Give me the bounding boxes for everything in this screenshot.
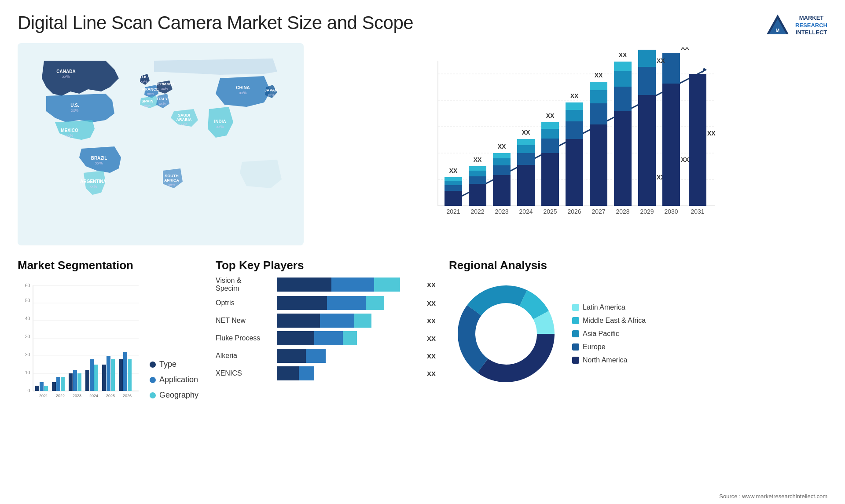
donut-legend-latin: Latin America xyxy=(572,303,646,311)
svg-text:xx%: xx% xyxy=(71,108,78,113)
player-bar-alkeria xyxy=(277,349,420,363)
world-map-svg: CANADA xx% U.S. xx% MEXICO xx% BRAZIL xx… xyxy=(18,43,304,245)
player-xx-vision: XX xyxy=(427,281,436,289)
seg-chart-wrapper: 0 10 20 30 40 50 60 xyxy=(18,277,202,417)
svg-rect-76 xyxy=(566,121,583,139)
bar-chart-section: XX 2021 XX 2022 XX 2023 xyxy=(312,43,827,254)
bar-chart-svg: XX 2021 XX 2022 XX 2023 xyxy=(321,47,819,241)
svg-text:INDIA: INDIA xyxy=(214,119,226,124)
svg-rect-126 xyxy=(52,382,56,391)
donut-legend-na: North America xyxy=(572,356,646,364)
svg-text:2021: 2021 xyxy=(446,208,460,215)
svg-text:ARGENTINA: ARGENTINA xyxy=(80,179,106,184)
svg-rect-90 xyxy=(614,62,632,71)
svg-text:JAPAN: JAPAN xyxy=(265,88,278,92)
player-row-optris: Optris XX xyxy=(216,296,436,310)
svg-text:XX: XX xyxy=(474,156,482,163)
svg-text:SPAIN: SPAIN xyxy=(142,99,154,103)
svg-text:10: 10 xyxy=(25,370,30,375)
svg-rect-77 xyxy=(566,110,583,121)
svg-rect-63 xyxy=(517,165,535,206)
segmentation-section: Market Segmentation 0 10 20 30 40 50 60 xyxy=(18,259,202,443)
legend-dot-application xyxy=(150,377,156,383)
header: Digital Line Scan Camera Market Size and… xyxy=(0,0,845,43)
svg-text:XX: XX xyxy=(570,92,579,99)
svg-text:2023: 2023 xyxy=(73,394,81,398)
donut-color-europe xyxy=(572,343,579,351)
donut-color-mea xyxy=(572,317,579,324)
player-bar-vision xyxy=(277,278,420,292)
svg-rect-139 xyxy=(107,356,110,391)
legend-item-type: Type xyxy=(150,360,198,369)
player-name-net: NET New xyxy=(216,317,273,325)
player-bar-fluke xyxy=(277,331,420,345)
svg-text:XX: XX xyxy=(522,129,530,136)
svg-text:XX: XX xyxy=(681,156,689,163)
donut-legend-mea: Middle East & Africa xyxy=(572,317,646,325)
player-bar-optris xyxy=(277,296,420,310)
svg-text:XX: XX xyxy=(498,143,506,150)
svg-text:2026: 2026 xyxy=(567,208,581,215)
svg-rect-136 xyxy=(94,365,98,391)
donut-color-latin xyxy=(572,304,579,311)
source-text: Source : www.marketresearchintellect.com xyxy=(719,493,827,500)
svg-rect-102 xyxy=(689,74,706,206)
svg-text:2031: 2031 xyxy=(691,208,704,215)
svg-rect-57 xyxy=(493,175,511,206)
main-content: CANADA xx% U.S. xx% MEXICO xx% BRAZIL xx… xyxy=(0,43,845,443)
svg-text:xx%: xx% xyxy=(147,92,154,96)
svg-rect-54 xyxy=(469,166,486,171)
svg-rect-75 xyxy=(566,139,583,206)
svg-rect-122 xyxy=(35,386,39,391)
svg-rect-53 xyxy=(469,171,486,176)
player-xx-optris: XX xyxy=(427,299,436,307)
svg-rect-64 xyxy=(517,153,535,165)
logo-text: MARKET RESEARCH INTELLECT xyxy=(795,15,827,37)
seg-legend: Type Application Geography xyxy=(150,360,198,417)
svg-point-152 xyxy=(480,307,533,360)
svg-text:2029: 2029 xyxy=(640,208,654,215)
svg-text:XX: XX xyxy=(449,167,458,174)
donut-color-apac xyxy=(572,330,579,337)
svg-text:2025: 2025 xyxy=(106,394,115,398)
donut-legend: Latin America Middle East & Africa Asia … xyxy=(572,303,646,364)
logo-icon: M xyxy=(764,12,791,39)
player-name-xenics: XENICS xyxy=(216,369,273,377)
svg-text:AFRICA: AFRICA xyxy=(164,178,179,183)
svg-rect-47 xyxy=(445,181,462,185)
regional-section: Regional Analysis xyxy=(449,259,827,443)
svg-text:2027: 2027 xyxy=(592,208,605,215)
donut-wrapper: Latin America Middle East & Africa Asia … xyxy=(449,277,827,391)
svg-text:XX: XX xyxy=(619,51,627,58)
svg-rect-123 xyxy=(40,382,44,391)
svg-text:2024: 2024 xyxy=(89,394,98,398)
page-title: Digital Line Scan Camera Market Size and… xyxy=(18,12,413,33)
player-bar-net xyxy=(277,314,420,328)
svg-rect-135 xyxy=(90,359,94,391)
svg-text:2022: 2022 xyxy=(470,208,484,215)
svg-text:XX: XX xyxy=(681,47,689,51)
svg-text:xx%: xx% xyxy=(62,74,70,79)
svg-text:FRANCE: FRANCE xyxy=(142,87,159,91)
svg-rect-127 xyxy=(56,377,60,391)
svg-rect-142 xyxy=(119,359,123,391)
svg-text:XX: XX xyxy=(707,130,716,137)
svg-text:2026: 2026 xyxy=(123,394,132,398)
legend-dot-type xyxy=(150,362,156,368)
svg-text:xx%: xx% xyxy=(144,104,151,108)
svg-text:60: 60 xyxy=(25,283,30,288)
regional-title: Regional Analysis xyxy=(449,259,827,272)
svg-text:CANADA: CANADA xyxy=(56,69,75,74)
svg-text:40: 40 xyxy=(25,316,30,321)
top-row: CANADA xx% U.S. xx% MEXICO xx% BRAZIL xx… xyxy=(18,43,827,254)
svg-rect-46 xyxy=(445,185,462,191)
player-name-vision: Vision &Specim xyxy=(216,277,273,292)
segmentation-title: Market Segmentation xyxy=(18,259,202,272)
svg-rect-71 xyxy=(541,129,559,139)
svg-text:xx%: xx% xyxy=(161,87,168,91)
svg-text:XX: XX xyxy=(657,57,665,64)
svg-text:50: 50 xyxy=(25,298,30,303)
svg-rect-87 xyxy=(614,111,632,206)
map-container: CANADA xx% U.S. xx% MEXICO xx% BRAZIL xx… xyxy=(18,43,304,245)
svg-text:XX: XX xyxy=(595,72,603,79)
